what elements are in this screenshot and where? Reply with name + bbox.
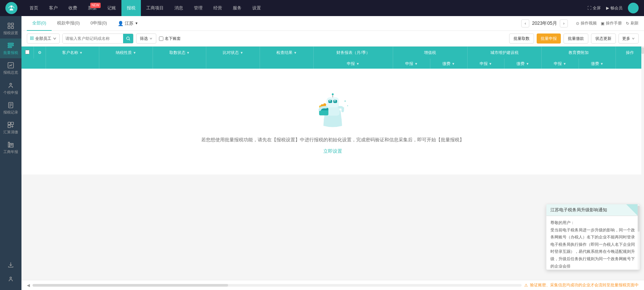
svg-point-31 bbox=[329, 100, 331, 101]
op-video-btn[interactable]: ⊙ 操作视频 bbox=[576, 20, 597, 26]
op-manual-btn[interactable]: ▣ 操作手册 bbox=[601, 20, 622, 26]
search-button[interactable] bbox=[123, 33, 133, 44]
empty-state: 若您想使用批量报税功能，请先在【报税设置】中进行报税的初始化设置，完成密码验证和… bbox=[21, 69, 644, 174]
filter-icon[interactable]: ▼ bbox=[489, 62, 492, 66]
sidebar-item-personal-tax[interactable]: 个税申报 bbox=[0, 78, 21, 98]
fullscreen-btn[interactable]: ⛶ 全屏 bbox=[587, 5, 601, 11]
nav-item-home[interactable]: 首页 bbox=[24, 0, 44, 16]
filter-icon[interactable]: ▼ bbox=[356, 62, 360, 66]
th-action: 操作 bbox=[616, 47, 644, 59]
table-vertical-scrollbar[interactable] bbox=[641, 47, 644, 280]
filter-icon[interactable]: ▼ bbox=[563, 62, 566, 66]
th-city-maintenance: 城市维护建设税 bbox=[467, 47, 541, 59]
sub-th-empty4 bbox=[153, 59, 206, 69]
filter-icon[interactable]: ▼ bbox=[240, 51, 244, 55]
prev-month-btn[interactable]: ‹ bbox=[521, 19, 529, 27]
month-selector: ‹ 2023年05月 › bbox=[521, 19, 568, 27]
batch-declare-btn[interactable]: 批量申报 bbox=[537, 33, 561, 44]
filter-btn[interactable]: 筛选 bbox=[136, 33, 156, 44]
filter-icon[interactable]: ▼ bbox=[526, 62, 529, 66]
nav-item-billing[interactable]: 收费 bbox=[63, 0, 83, 16]
scroll-left-icon[interactable]: ◀ bbox=[27, 283, 30, 288]
sidebar-user[interactable] bbox=[0, 272, 21, 286]
sidebar-item-tax-summary[interactable]: 报税总览 bbox=[0, 58, 21, 78]
sidebar-item-tax-settings[interactable]: 报税设置 bbox=[0, 19, 21, 39]
nav-items: 首页客户收费票据NEW记账报税工商项目消息管理经营服务设置 bbox=[24, 0, 587, 16]
nav-item-invoice[interactable]: 票据NEW bbox=[83, 0, 102, 16]
sub-th-finance-declare[interactable]: 申报 ▼ bbox=[313, 59, 393, 69]
sub-th-edu-declare[interactable]: 申报 ▼ bbox=[541, 59, 579, 69]
filter-icon[interactable]: ▼ bbox=[79, 51, 83, 55]
sub-th-edu-pay[interactable]: 缴费 ▼ bbox=[579, 59, 616, 69]
notif-scrollbar-thumb[interactable] bbox=[638, 206, 640, 232]
th-customer-label: 客户名称 bbox=[62, 50, 79, 55]
th-fetch-status: 取数状态 ▼ bbox=[153, 47, 206, 59]
batch-pay-btn[interactable]: 批量缴款 bbox=[564, 33, 588, 44]
tab-zero-declare[interactable]: 0申报(0) bbox=[85, 16, 112, 31]
filter-icon[interactable]: ▼ bbox=[293, 51, 297, 55]
setup-link[interactable]: 立即设置 bbox=[323, 148, 342, 154]
refresh-btn[interactable]: ↻ 刷新 bbox=[626, 20, 639, 26]
filter-icon[interactable]: ▼ bbox=[451, 62, 455, 66]
scroll-thumb[interactable] bbox=[33, 284, 228, 287]
filter-icon[interactable]: ▼ bbox=[600, 62, 603, 66]
nav-item-tax[interactable]: 报税 bbox=[121, 0, 141, 16]
scrollbar-thumb[interactable] bbox=[641, 47, 644, 54]
sub-th-empty3 bbox=[99, 59, 153, 69]
checkbox-header[interactable] bbox=[21, 47, 34, 59]
sidebar-item-tax-record[interactable]: 报税记录 bbox=[0, 98, 21, 118]
nav-item-bizproject[interactable]: 工商项目 bbox=[141, 0, 169, 16]
named-account-checkbox[interactable] bbox=[159, 37, 163, 41]
sidebar-item-reconcile[interactable]: 汇算清缴 bbox=[0, 118, 21, 138]
svg-rect-2 bbox=[11, 23, 13, 25]
batch-fetch-btn[interactable]: 批量取数 bbox=[509, 33, 534, 44]
svg-rect-20 bbox=[31, 37, 32, 38]
avatar[interactable] bbox=[628, 3, 639, 13]
nav-item-accounting[interactable]: 记账 bbox=[102, 0, 121, 16]
filter-icon[interactable]: ▼ bbox=[186, 51, 190, 55]
sidebar-item-biz-report[interactable]: 工商年报 bbox=[0, 138, 21, 157]
named-account-checkbox-label[interactable]: 名下账套 bbox=[159, 36, 181, 42]
status-update-btn[interactable]: 状态更新 bbox=[591, 33, 616, 44]
manual-icon: ▣ bbox=[601, 21, 604, 26]
next-month-btn[interactable]: › bbox=[560, 19, 568, 27]
nav-item-message[interactable]: 消息 bbox=[169, 0, 189, 16]
search-input[interactable] bbox=[63, 34, 123, 43]
nav-item-manage[interactable]: 管理 bbox=[189, 0, 208, 16]
nav-item-service[interactable]: 服务 bbox=[227, 0, 247, 16]
gear-header[interactable]: ⚙ bbox=[34, 47, 46, 59]
vip-btn[interactable]: ▶ 畅会员 bbox=[606, 5, 623, 11]
sidebar-item-batch-tax[interactable]: 批量报税 bbox=[0, 39, 21, 58]
sub-th-city-pay[interactable]: 缴费 ▼ bbox=[504, 59, 542, 69]
vip-icon: ▶ bbox=[606, 6, 609, 10]
logo[interactable] bbox=[5, 2, 17, 14]
horizontal-scrollbar[interactable] bbox=[33, 284, 522, 287]
tax-settings-label: 报税设置 bbox=[3, 31, 18, 35]
gear-icon[interactable]: ⚙ bbox=[38, 50, 42, 55]
tab-all[interactable]: 全部(0) bbox=[27, 16, 52, 31]
nav-item-settings[interactable]: 设置 bbox=[247, 0, 266, 16]
filter-icon[interactable]: ▼ bbox=[133, 51, 136, 55]
svg-point-9 bbox=[10, 83, 12, 85]
employee-select[interactable]: 全部员工 bbox=[27, 33, 60, 44]
more-btn[interactable]: 更多 bbox=[619, 33, 639, 44]
tab-tax-declare[interactable]: 税款申报(0) bbox=[52, 16, 85, 31]
sub-th-vat-declare[interactable]: 申报 ▼ bbox=[393, 59, 430, 69]
sub-th-empty5 bbox=[206, 59, 260, 69]
search-field[interactable] bbox=[62, 33, 133, 44]
sub-th-vat-pay[interactable]: 缴费 ▼ bbox=[430, 59, 467, 69]
th-vat: 增值税 bbox=[393, 47, 467, 59]
nav-item-customer[interactable]: 客户 bbox=[44, 0, 63, 16]
sidebar-download[interactable] bbox=[0, 258, 21, 272]
sub-th-city-declare[interactable]: 申报 ▼ bbox=[467, 59, 504, 69]
filter-icon[interactable]: ▼ bbox=[415, 62, 418, 66]
tab-right-actions: ⊙ 操作视频 ▣ 操作手册 ↻ 刷新 bbox=[576, 20, 639, 26]
empty-row: 若您想使用批量报税功能，请先在【报税设置】中进行报税的初始化设置，完成密码验证和… bbox=[21, 69, 644, 174]
th-check-result-label: 检查结果 bbox=[276, 50, 293, 55]
select-all-checkbox[interactable] bbox=[25, 50, 30, 54]
notif-scrollbar[interactable] bbox=[638, 204, 640, 270]
svg-rect-21 bbox=[32, 37, 34, 38]
region-selector[interactable]: 👤 江苏 ▼ bbox=[118, 20, 138, 26]
nav-item-operation[interactable]: 经营 bbox=[208, 0, 227, 16]
chevron-down-icon: ▼ bbox=[135, 21, 138, 25]
